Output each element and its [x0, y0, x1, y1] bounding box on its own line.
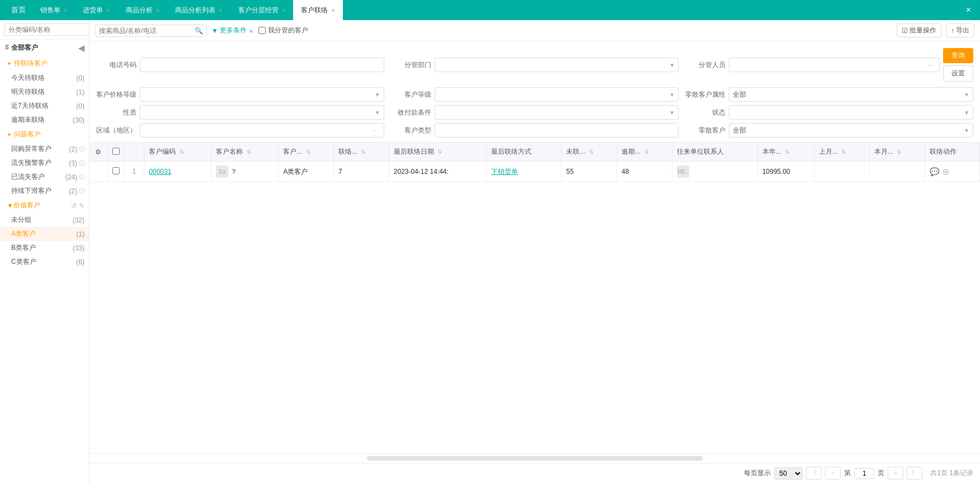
customer-table: ⚙ 客户编码 ⇅ 客户名称 ⇅ 客户... ⇅ — [89, 143, 980, 182]
retail-select[interactable]: 全部 ▼ — [729, 123, 973, 138]
chevron-down-icon: ▼ — [669, 62, 675, 68]
first-page-btn[interactable]: 《 — [806, 467, 822, 480]
close-purchase-tab[interactable]: × — [106, 7, 110, 13]
my-customers-checkbox[interactable] — [258, 27, 266, 34]
th-code[interactable]: 客户编码 ⇅ — [144, 143, 211, 162]
close-sales-tab[interactable]: × — [64, 7, 67, 13]
sidebar-item-tomorrow[interactable]: 明天待联络 (1) — [0, 85, 89, 99]
nav-tab-sales[interactable]: 销售单 × — [32, 0, 75, 20]
chevron-down-icon: ▼ — [669, 110, 675, 116]
person-select[interactable]: ··· — [729, 58, 940, 72]
value-customers-title[interactable]: ▼ 价值客户 ↺ ✎ — [0, 198, 89, 213]
close-all-tabs[interactable]: × — [962, 5, 976, 15]
query-button[interactable]: 查询 — [943, 48, 973, 63]
refresh-icon[interactable]: ↺ — [71, 202, 77, 210]
last-page-btn[interactable]: 》 — [907, 467, 922, 480]
sidebar-item-today[interactable]: 今天待联络 (0) — [0, 71, 89, 85]
th-name[interactable]: 客户名称 ⇅ — [211, 143, 279, 162]
close-product-list-tab[interactable]: × — [219, 7, 222, 13]
all-customers-title[interactable]: ⠿ 全部客户 ◀ — [0, 40, 89, 56]
prev-page-btn[interactable]: ＜ — [825, 467, 841, 480]
search-input[interactable] — [99, 27, 195, 35]
page-size-select[interactable]: 50 100 200 — [774, 467, 803, 480]
nav-tab-product-analysis[interactable]: 商品分析 × — [118, 0, 167, 20]
row-checkbox[interactable] — [112, 167, 120, 174]
sidebar-item-unclassified[interactable]: 未分组 (32) — [0, 213, 89, 227]
dept-label: 分管部门 — [391, 60, 431, 70]
edit-icon[interactable]: ✎ — [79, 202, 84, 210]
th-this-year[interactable]: 本年... ⇅ — [757, 143, 814, 162]
dept-select[interactable]: ▼ — [435, 58, 679, 72]
sidebar-item-abnormal[interactable]: 回购异常客户 (2) ⓘ — [0, 142, 89, 156]
customer-level-select[interactable]: ▼ — [435, 87, 679, 102]
filter-dept: 分管部门 ▼ — [391, 46, 679, 84]
nav-home[interactable]: 首页 — [4, 5, 32, 15]
nav-tab-customer-tier[interactable]: 客户分层经营 × — [230, 0, 293, 20]
collapse-sidebar-icon[interactable]: ◀ — [78, 44, 84, 53]
pending-contact-title[interactable]: ▼ 待联络客户 — [0, 56, 89, 71]
nav-tab-customer-contact[interactable]: 客户联络 × — [293, 0, 342, 20]
close-product-tab[interactable]: × — [156, 7, 159, 13]
pending-contact-group: ▼ 待联络客户 今天待联络 (0) 明天待联络 (1) 近7天待联络 (0) 逾… — [0, 56, 89, 127]
th-action: 联络动作 — [925, 143, 979, 162]
horizontal-scrollbar[interactable] — [367, 456, 703, 461]
th-type[interactable]: 客户... ⇅ — [279, 143, 334, 162]
phone-input[interactable] — [140, 58, 384, 72]
close-customer-tier-tab[interactable]: × — [282, 7, 285, 13]
th-last-month[interactable]: 上月... ⇅ — [814, 143, 870, 162]
filter-retail: 零散客户 全部 ▼ — [685, 123, 973, 138]
sidebar-item-class-c[interactable]: C类客户 (6) — [0, 255, 89, 269]
sidebar-search-input[interactable] — [4, 23, 89, 36]
filter-phone: 电话号码 — [96, 46, 384, 84]
sidebar: 🔍 ⠿ 全部客户 ◀ ▼ 待联络客户 今天待联络 (0) 明天待联络 (1) 近… — [0, 20, 89, 483]
customer-type-select[interactable] — [435, 123, 679, 138]
sidebar-item-at-risk[interactable]: 流失预警客户 (3) ⓘ — [0, 156, 89, 170]
td-no-contact: 55 — [562, 162, 617, 182]
nav-tab-purchase[interactable]: 进货单 × — [75, 0, 117, 20]
more-filters-btn[interactable]: ▼ 更多条件 ▲ — [211, 26, 254, 35]
th-settings[interactable]: ⚙ — [89, 143, 107, 162]
search-icon[interactable]: 🔍 — [195, 27, 203, 35]
th-unit-contact[interactable]: 往来单位联系人 — [672, 143, 757, 162]
sidebar-item-lost[interactable]: 已流失客户 (24) ⓘ — [0, 170, 89, 184]
th-no-contact[interactable]: 未联... ⇅ — [562, 143, 617, 162]
next-page-btn[interactable]: ＞ — [888, 467, 903, 480]
unit-contact-cell: RE . — [677, 165, 753, 178]
region-select[interactable]: ··· — [140, 123, 384, 138]
last-method-link[interactable]: 下销货单 — [491, 168, 518, 176]
nav-tab-product-list[interactable]: 商品分析列表 × — [167, 0, 230, 20]
batch-op-btn[interactable]: ☑ 批量操作 — [897, 23, 941, 37]
th-last-date[interactable]: 最后联络日期 ⇅ — [389, 143, 486, 162]
problem-customers-group: ▼ 问题客户 回购异常客户 (2) ⓘ 流失预警客户 (3) ⓘ 已流失客户 (… — [0, 127, 89, 198]
settings-button[interactable]: 设置 — [943, 65, 973, 82]
more-icon[interactable]: ··· — [926, 61, 936, 69]
th-this-month[interactable]: 本月... ⇅ — [869, 143, 925, 162]
my-customers-filter[interactable]: 我分管的客户 — [258, 26, 308, 35]
close-customer-contact-tab[interactable]: × — [331, 7, 334, 13]
grid-action-icon[interactable]: ⊞ — [943, 167, 949, 176]
scatter-attr-select[interactable]: 全部 ▼ — [729, 87, 973, 102]
status-select[interactable]: ▼ — [729, 105, 973, 120]
select-all-checkbox[interactable] — [112, 148, 120, 155]
page-number-input[interactable] — [854, 468, 874, 479]
th-last-method[interactable]: 最后联络方式 — [486, 143, 562, 162]
sidebar-item-class-b[interactable]: B类客户 (33) — [0, 241, 89, 255]
chat-action-icon[interactable]: 💬 — [930, 167, 939, 176]
sidebar-item-class-a[interactable]: A类客户 (1) — [0, 227, 89, 241]
problem-customers-title[interactable]: ▼ 问题客户 — [0, 127, 89, 142]
td-code[interactable]: 000031 — [144, 162, 211, 182]
more-dots-icon[interactable]: ··· — [370, 126, 380, 134]
filter-region: 区域（地区） ··· — [96, 123, 384, 138]
sidebar-item-overdue[interactable]: 逾期未联络 (30) — [0, 113, 89, 127]
filter-row-4: 区域（地区） ··· 客户类型 零散客户 全部 ▼ — [96, 123, 973, 138]
sidebar-item-declining[interactable]: 持续下滑客户 (2) ⓘ — [0, 184, 89, 198]
th-contact[interactable]: 联络... ⇅ — [334, 143, 389, 162]
payment-select[interactable]: ▼ — [435, 105, 679, 120]
price-level-select[interactable]: ▼ — [140, 87, 384, 102]
nature-select[interactable]: ▼ — [140, 105, 384, 120]
page-label: 第 — [844, 468, 851, 478]
export-btn[interactable]: ↑ 导出 — [946, 23, 974, 37]
sidebar-item-7days[interactable]: 近7天待联络 (0) — [0, 99, 89, 113]
customer-code-link[interactable]: 000031 — [149, 168, 171, 176]
th-overdue[interactable]: 逾期... ⇅ — [617, 143, 672, 162]
